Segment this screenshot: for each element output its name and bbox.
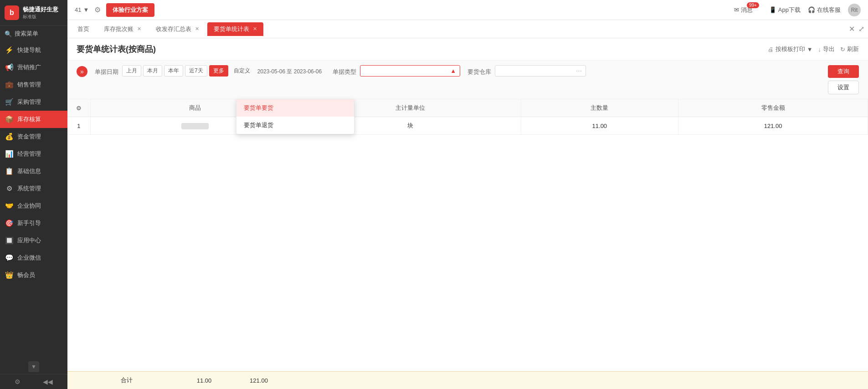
user-avatar[interactable]: Rit bbox=[848, 4, 861, 16]
trial-btn[interactable]: 体验行业方案 bbox=[106, 3, 154, 17]
scroll-down-button[interactable]: ▼ bbox=[28, 361, 39, 372]
marketing-icon: 📢 bbox=[5, 63, 14, 72]
product-blurred bbox=[181, 123, 209, 129]
print-chevron-icon: ▼ bbox=[807, 46, 813, 53]
sidebar-item-management[interactable]: 📊 经营管理 bbox=[0, 145, 67, 163]
date-shortcut-current[interactable]: 本月 bbox=[143, 65, 162, 77]
sidebar-item-basic[interactable]: 📋 基础信息 bbox=[0, 163, 67, 180]
tabbar: 首页 库存批次账 ✕ 收发存汇总表 ✕ 要货单统计表 ✕ ✕ ⤢ bbox=[67, 20, 868, 38]
refresh-icon: ↻ bbox=[840, 46, 845, 53]
date-custom-btn[interactable]: 自定义 bbox=[230, 66, 254, 76]
dropdown-item-return[interactable]: 要货单退货 bbox=[236, 117, 354, 134]
date-shortcut-up[interactable]: 上月 bbox=[122, 65, 141, 77]
sidebar-item-finance[interactable]: 💰 资金管理 bbox=[0, 128, 67, 145]
date-shortcuts: 上月 本月 本年 近7天 更多 自定义 bbox=[122, 65, 254, 77]
logo-area: b 畅捷通好生意 标准版 bbox=[0, 0, 67, 26]
page-header-actions: 🖨 按模板打印 ▼ ↓ 导出 ↻ 刷新 bbox=[768, 45, 859, 53]
tab-close-requisition[interactable]: ✕ bbox=[253, 26, 257, 32]
table-row: 1 块 11.00 121.00 bbox=[67, 117, 868, 135]
filter-btn-group: 查询 设置 bbox=[828, 65, 859, 94]
tab-requisition-summary[interactable]: 要货单统计表 ✕ bbox=[207, 22, 263, 36]
sidebar-item-purchase[interactable]: 🛒 采购管理 bbox=[0, 93, 67, 111]
warehouse-dropdown[interactable]: ⋯ bbox=[495, 65, 586, 77]
date-shortcut-more[interactable]: 更多 bbox=[209, 65, 228, 77]
sidebar-item-members[interactable]: 👑 畅会员 bbox=[0, 266, 67, 284]
store-selector[interactable]: 41 ▼ bbox=[75, 6, 89, 13]
refresh-btn[interactable]: ↻ 刷新 bbox=[840, 45, 859, 53]
sidebar-footer: ⚙ ◀◀ bbox=[0, 374, 67, 389]
tab-home[interactable]: 首页 bbox=[71, 22, 96, 36]
footer-values: 11.00 121.00 bbox=[177, 377, 286, 384]
col-settings[interactable]: ⚙ bbox=[67, 99, 90, 117]
enterprise-icon: 🤝 bbox=[5, 202, 14, 210]
print-btn[interactable]: 🖨 按模板打印 ▼ bbox=[768, 45, 813, 53]
export-icon: ↓ bbox=[818, 46, 822, 53]
phone-icon: 📱 bbox=[769, 6, 776, 13]
sidebar-item-wechat[interactable]: 💬 企业微信 bbox=[0, 249, 67, 266]
dropdown-item-requisition[interactable]: 要货单要货 bbox=[236, 99, 354, 117]
page-header: 要货单统计表(按商品) 🖨 按模板打印 ▼ ↓ 导出 ↻ 刷新 bbox=[67, 38, 868, 61]
maximize-icon[interactable]: ⤢ bbox=[858, 25, 864, 33]
chevron-down-icon: ▼ bbox=[83, 6, 89, 13]
basic-icon: 📋 bbox=[5, 167, 14, 175]
sidebar-item-apps[interactable]: 🔲 应用中心 bbox=[0, 232, 67, 249]
sidebar-item-system[interactable]: ⚙ 系统管理 bbox=[0, 180, 67, 197]
members-icon: 👑 bbox=[5, 271, 14, 279]
table-header-row: ⚙ 商品 主计量单位 主数量 零售金额 bbox=[67, 99, 868, 117]
warehouse-label: 要货仓库 bbox=[467, 66, 491, 76]
guide-icon: 🎯 bbox=[5, 219, 14, 227]
sidebar-settings-icon[interactable]: ⚙ bbox=[15, 378, 21, 385]
sidebar-item-marketing[interactable]: 📢 营销推广 bbox=[0, 59, 67, 76]
tab-close-batch[interactable]: ✕ bbox=[137, 26, 141, 32]
table-body: 1 块 11.00 121.00 bbox=[67, 117, 868, 135]
tab-batch[interactable]: 库存批次账 ✕ bbox=[98, 22, 148, 36]
tab-receive-summary[interactable]: 收发存汇总表 ✕ bbox=[149, 22, 205, 36]
headset-icon: 🎧 bbox=[808, 6, 815, 13]
sidebar-collapse-icon[interactable]: ◀◀ bbox=[43, 378, 53, 385]
data-table: ⚙ 商品 主计量单位 主数量 零售金额 1 块 bbox=[67, 99, 868, 135]
support-btn[interactable]: 🎧 在线客服 bbox=[808, 6, 841, 14]
apps-icon: 🔲 bbox=[5, 236, 14, 245]
col-quantity: 主数量 bbox=[521, 99, 678, 117]
system-icon: ⚙ bbox=[5, 184, 14, 193]
date-shortcut-year[interactable]: 本年 bbox=[164, 65, 183, 77]
messages-btn[interactable]: ✉ 消息 99+ bbox=[734, 6, 753, 14]
tab-close-receive[interactable]: ✕ bbox=[195, 26, 199, 32]
type-chevron-up-icon: ▲ bbox=[450, 67, 456, 74]
page-content: 要货单统计表(按商品) 🖨 按模板打印 ▼ ↓ 导出 ↻ 刷新 bbox=[67, 38, 868, 389]
table-footer: 合计 11.00 121.00 bbox=[67, 371, 868, 389]
sidebar-item-guide[interactable]: 🎯 新手引导 bbox=[0, 215, 67, 232]
query-btn[interactable]: 查询 bbox=[828, 65, 859, 78]
date-range-display: 2023-05-06 至 2023-06-06 bbox=[257, 66, 322, 76]
col-amount: 零售金额 bbox=[678, 99, 868, 117]
management-icon: 📊 bbox=[5, 150, 14, 158]
topbar-right: ✉ 消息 99+ 📱 App下载 🎧 在线客服 Rit bbox=[734, 4, 861, 16]
sidebar-item-enterprise[interactable]: 🤝 企业协同 bbox=[0, 197, 67, 215]
filter-row-date: 单据日期 上月 本月 本年 近7天 更多 自定义 2023-05-06 至 20… bbox=[95, 65, 821, 77]
print-icon: 🖨 bbox=[768, 46, 774, 53]
app-download-btn[interactable]: 📱 App下载 bbox=[769, 6, 801, 14]
set-btn[interactable]: 设置 bbox=[828, 81, 859, 94]
main-content: 41 ▼ ⚙ 体验行业方案 ✉ 消息 99+ 📱 App下载 🎧 在线客服 Ri… bbox=[67, 0, 868, 389]
cell-quantity: 11.00 bbox=[521, 117, 678, 135]
table-container: ⚙ 商品 主计量单位 主数量 零售金额 1 块 bbox=[67, 99, 868, 371]
type-label: 单据类型 bbox=[333, 66, 356, 76]
export-btn[interactable]: ↓ 导出 bbox=[818, 45, 835, 53]
sidebar-item-inventory[interactable]: 📦 库存核算 bbox=[0, 111, 67, 128]
type-dropdown[interactable]: ▲ bbox=[360, 65, 460, 77]
search-menu[interactable]: 🔍 搜索菜单 bbox=[0, 26, 67, 41]
close-all-icon[interactable]: ✕ bbox=[849, 25, 855, 33]
filter-expand-btn[interactable]: » bbox=[77, 66, 87, 77]
sidebar-scroll-down[interactable]: ▼ bbox=[0, 359, 67, 374]
sidebar: b 畅捷通好生意 标准版 🔍 搜索菜单 ⚡ 快捷导航 📢 营销推广 💼 销售管理… bbox=[0, 0, 67, 389]
topbar-settings-icon[interactable]: ⚙ bbox=[94, 5, 101, 14]
footer-quantity: 11.00 bbox=[177, 377, 231, 384]
sidebar-item-quick-nav[interactable]: ⚡ 快捷导航 bbox=[0, 41, 67, 59]
message-icon: ✉ bbox=[734, 6, 739, 13]
sidebar-item-sales[interactable]: 💼 销售管理 bbox=[0, 76, 67, 93]
sidebar-nav: ⚡ 快捷导航 📢 营销推广 💼 销售管理 🛒 采购管理 📦 库存核算 💰 资金管… bbox=[0, 41, 67, 359]
inventory-icon: 📦 bbox=[5, 115, 14, 123]
search-icon: 🔍 bbox=[5, 31, 12, 37]
date-shortcut-week[interactable]: 近7天 bbox=[185, 65, 207, 77]
finance-icon: 💰 bbox=[5, 133, 14, 141]
